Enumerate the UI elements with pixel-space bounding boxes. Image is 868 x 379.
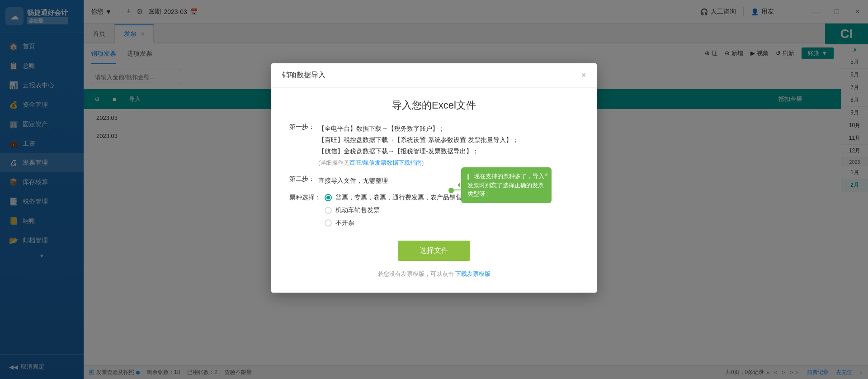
download-template-link[interactable]: 下载发票模版 (455, 270, 491, 277)
modal-close-button[interactable]: × (581, 71, 586, 80)
radio-dot-normal (326, 196, 330, 199)
tooltip-text: 现在支持的票种多了，导入发票时别忘了选择正确的发票类型呀！ (467, 173, 544, 197)
modal-footer: 若您没有发票模版，可以点击 下载发票模版 (289, 270, 579, 278)
tooltip-bubble: × 现在支持的票种多了，导入发票时别忘了选择正确的发票类型呀！ (461, 167, 552, 203)
radio-circle-no-invoice (325, 219, 332, 227)
radio-circle-normal (325, 194, 332, 201)
step1-line2: 【百旺】税控盘数据下载→【系统设置-系统参数设置-发票批量导入】； (318, 134, 519, 146)
modal-header: 销项数据导入 × (271, 63, 597, 88)
modal-main-title: 导入您的Excel文件 (289, 99, 579, 112)
step1-link[interactable]: 百旺/航信发票数据下载指南 (349, 159, 422, 166)
tooltip-line (454, 190, 461, 190)
step2-label: 第二步： (289, 175, 315, 183)
radio-circle-motor (325, 207, 332, 214)
step1-line3: 【航信】金税盘数据下载→【报税管理-发票数据导出】； (318, 146, 519, 157)
radio-normal[interactable]: 普票，专票，卷票，通行费发票，农产品销售发票 (325, 194, 475, 202)
step1-line1: 【全电平台】数据下载→【税务数字账户】； (318, 123, 519, 134)
step-1: 第一步： 【全电平台】数据下载→【税务数字账户】； 【百旺】税控盘数据下载→【系… (289, 123, 579, 168)
select-file-button[interactable]: 选择文件 (398, 241, 470, 261)
tooltip-dot (448, 188, 454, 193)
step1-note: (详细操作见百旺/航信发票数据下载指南) (318, 157, 519, 168)
tooltip-indicator (467, 174, 469, 180)
step2-content: 直接导入文件，无需整理 (318, 175, 388, 186)
step1-label: 第一步： (289, 123, 315, 131)
ticket-label: 票种选择： (289, 194, 321, 202)
radio-no-invoice[interactable]: 不开票 (325, 219, 475, 227)
step1-content: 【全电平台】数据下载→【税务数字账户】； 【百旺】税控盘数据下载→【系统设置-系… (318, 123, 519, 168)
modal-title: 销项数据导入 (282, 71, 326, 80)
tooltip-close-button[interactable]: × (544, 170, 548, 180)
radio-motor[interactable]: 机动车销售发票 (325, 206, 475, 214)
